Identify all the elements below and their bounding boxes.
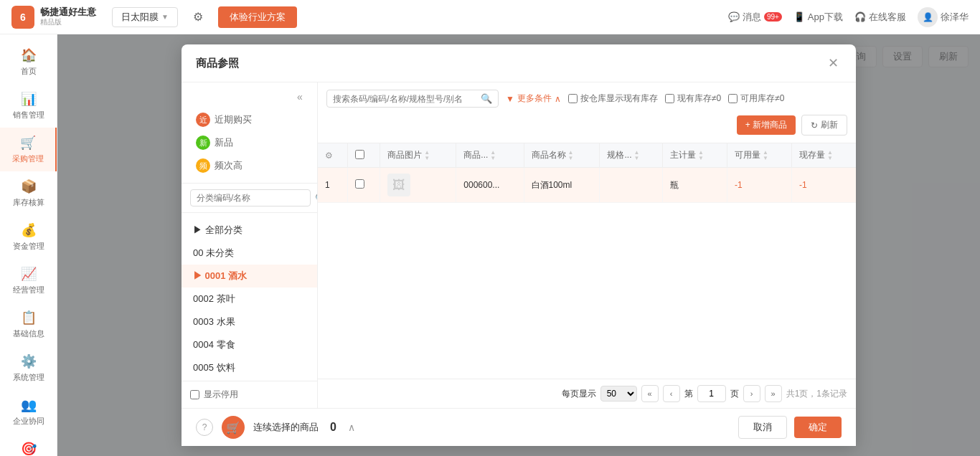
show-disabled-label[interactable]: 显示停用 (204, 389, 238, 401)
sidebar-item-sales[interactable]: 📊 销售管理 (0, 84, 57, 128)
add-product-button[interactable]: + 新增商品 (737, 115, 796, 135)
collapse-up-icon[interactable]: ∧ (348, 422, 355, 433)
username: 徐泽华 (941, 11, 969, 24)
cat-item-drinks[interactable]: 0005 饮料 (182, 356, 317, 379)
row-available: -1 (727, 168, 791, 203)
quick-access-section: « 近 近期购买 新 新品 频 (182, 82, 317, 184)
code-sort-icons: ▲▼ (490, 150, 496, 161)
sidebar-item-finance[interactable]: 💰 资金管理 (0, 215, 57, 259)
category-search-input[interactable] (190, 189, 311, 206)
show-disabled-checkbox[interactable] (190, 390, 199, 399)
sidebar-label-system: 系统管理 (13, 372, 44, 383)
th-available-label: 可用量 (735, 149, 760, 161)
product-search-input[interactable] (333, 94, 478, 104)
select-all-checkbox[interactable] (355, 150, 364, 159)
online-service-btn[interactable]: 🎧 在线客服 (854, 11, 906, 24)
page-last-button[interactable]: » (765, 385, 782, 402)
page-size-select[interactable]: 20 50 100 (600, 386, 637, 402)
cart-icon-button[interactable]: 🛒 (222, 416, 245, 439)
current-stock-checkbox-label[interactable]: 现有库存≠0 (665, 92, 721, 105)
row-checkbox-cell (348, 168, 380, 203)
available-stock-checkbox[interactable] (728, 94, 738, 103)
image-sort-icons: ▲▼ (424, 150, 430, 161)
store-selector[interactable]: 日太阳膜 ▼ (112, 7, 178, 27)
th-unit: 主计量 ▲▼ (662, 143, 727, 168)
collapse-sidebar-button[interactable]: « (291, 88, 308, 105)
message-icon: 💬 (728, 11, 740, 22)
page-first-button[interactable]: « (641, 385, 659, 402)
page-unit: 页 (730, 388, 739, 400)
recent-label: 近期购买 (215, 113, 252, 126)
sidebar-item-purchase[interactable]: 🛒 采购管理 (0, 128, 57, 171)
cat-snacks-label: 0004 零食 (193, 338, 235, 351)
page-input[interactable] (697, 385, 726, 402)
content-area: 查询 设置 刷新 商品参照 ✕ « (57, 34, 980, 456)
modal-title: 商品参照 (196, 57, 239, 70)
avatar: 👤 (918, 7, 938, 27)
product-area: 🔍 ▼ 更多条件 ∧ 按仓库显示现有库存 (318, 82, 856, 408)
current-stock-checkbox[interactable] (665, 94, 674, 103)
sidebar-item-corp[interactable]: 👥 企业协同 (0, 390, 57, 434)
warehouse-stock-checkbox[interactable] (568, 94, 578, 103)
quick-item-freq[interactable]: 频 频次高 (190, 154, 308, 177)
finance-icon: 💰 (21, 222, 37, 238)
trial-button[interactable]: 体验行业方案 (218, 6, 297, 28)
modal-close-button[interactable]: ✕ (824, 54, 842, 72)
continuous-label: 连续选择的商品 (253, 421, 319, 434)
user-profile-btn[interactable]: 👤 徐泽华 (918, 7, 969, 27)
help-icon[interactable]: ? (196, 419, 213, 436)
row-unit: 瓶 (662, 168, 727, 203)
messages-btn[interactable]: 💬 消息 99+ (728, 11, 782, 24)
th-unit-label: 主计量 (670, 149, 696, 161)
sidebar-item-home[interactable]: 🏠 首页 (0, 40, 57, 84)
available-stock-checkbox-label[interactable]: 可用库存≠0 (728, 92, 784, 105)
page-prev-button[interactable]: ‹ (663, 385, 680, 402)
table-header-row: ⚙ 商品图片 ▲▼ (318, 143, 856, 168)
quick-item-new[interactable]: 新 新品 (190, 131, 308, 154)
logo-area: 6 畅捷通好生意 精品版 (11, 6, 98, 29)
th-stock-label: 现存量 (799, 149, 825, 161)
product-toolbar: 🔍 ▼ 更多条件 ∧ 按仓库显示现有库存 (318, 82, 856, 143)
sidebar-item-basic-info[interactable]: 📋 基础信息 (0, 303, 57, 346)
store-dropdown-arrow: ▼ (161, 13, 169, 21)
product-search-box: 🔍 (326, 90, 499, 108)
confirm-button[interactable]: 确定 (794, 417, 842, 438)
refresh-icon: ↻ (811, 120, 818, 130)
sidebar-item-system[interactable]: ⚙️ 系统管理 (0, 346, 57, 390)
category-sidebar: « 近 近期购买 新 新品 频 (182, 82, 318, 408)
cancel-button[interactable]: 取消 (738, 416, 787, 439)
th-spec-label: 规格... (607, 149, 631, 161)
cat-item-liquor[interactable]: ▶ 0001 酒水 (182, 265, 317, 288)
product-search-icon[interactable]: 🔍 (481, 93, 492, 104)
row-stock: -1 (792, 168, 856, 203)
warehouse-stock-label: 按仓库显示现有库存 (580, 92, 658, 105)
filter-label: 更多条件 (517, 92, 552, 105)
cat-item-snacks[interactable]: 0004 零食 (182, 333, 317, 356)
row-code: 000600... (456, 168, 524, 203)
sidebar-item-operations[interactable]: 📈 经营管理 (0, 259, 57, 303)
settings-icon[interactable]: ⚙ (187, 6, 209, 29)
warehouse-stock-checkbox-label[interactable]: 按仓库显示现有库存 (568, 92, 658, 105)
th-gear[interactable]: ⚙ (318, 143, 348, 168)
refresh-button[interactable]: ↻ 刷新 (801, 115, 847, 136)
guide-icon: 🎯 (21, 441, 37, 456)
app-download-btn[interactable]: 📱 App下载 (793, 11, 843, 24)
sidebar-item-inventory[interactable]: 📦 库存核算 (0, 171, 57, 215)
messages-label: 消息 (743, 11, 761, 24)
sidebar-item-guide[interactable]: 🎯 新手引导 (0, 434, 57, 456)
more-filters-button[interactable]: ▼ 更多条件 ∧ (506, 92, 561, 105)
topbar: 6 畅捷通好生意 精品版 日太阳膜 ▼ ⚙ 体验行业方案 💬 消息 99+ 📱 … (0, 0, 980, 34)
footer-right: 取消 确定 (738, 416, 842, 439)
table-row[interactable]: 1 🖼 000600... 白酒100ml (318, 168, 856, 203)
cat-item-all[interactable]: ▶ 全部分类 (182, 219, 317, 242)
product-image: 🖼 (387, 174, 410, 196)
quick-item-recent[interactable]: 近 近期购买 (190, 108, 308, 131)
basicinfo-icon: 📋 (21, 310, 37, 326)
row-checkbox[interactable] (355, 179, 364, 189)
cat-item-fruit[interactable]: 0003 水果 (182, 310, 317, 333)
cat-item-tea[interactable]: 0002 茶叶 (182, 288, 317, 310)
sidebar-label-home: 首页 (21, 66, 37, 77)
page-next-button[interactable]: › (743, 385, 760, 402)
cat-item-uncategorized[interactable]: 00 未分类 (182, 242, 317, 265)
headset-icon: 🎧 (854, 11, 866, 22)
